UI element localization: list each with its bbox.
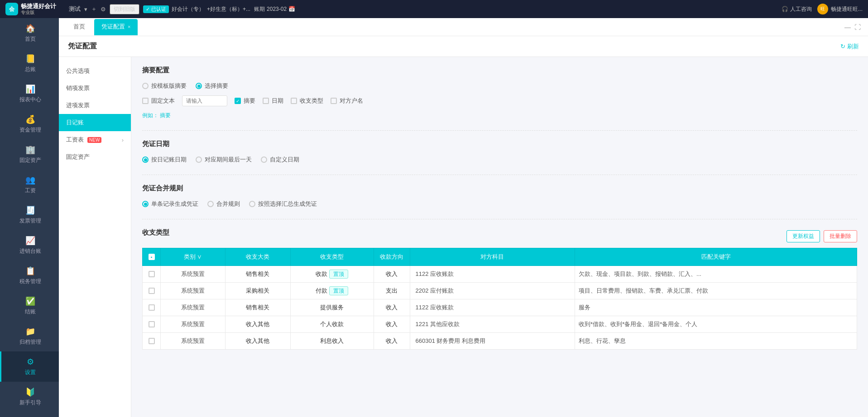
checkbox-box-payment bbox=[291, 98, 297, 104]
sidebar-item-label: 工资 bbox=[25, 187, 36, 194]
radio-custom-date[interactable]: 自定义日期 bbox=[261, 156, 299, 164]
row-checkbox[interactable] bbox=[149, 304, 155, 311]
td-sub-type: 提供服务 bbox=[290, 299, 374, 316]
switch-version-button[interactable]: 切到旧版 bbox=[110, 4, 139, 14]
refresh-button[interactable]: ↻ 刷新 bbox=[840, 43, 859, 51]
sidebar-item-invoice[interactable]: 🧾 发票管理 bbox=[0, 200, 59, 230]
td-checkbox[interactable] bbox=[143, 316, 161, 333]
td-checkbox[interactable] bbox=[143, 283, 161, 299]
sidebar-item-settings[interactable]: ⚙ 设置 bbox=[0, 351, 59, 382]
left-nav-payroll[interactable]: 工资表 NEW › bbox=[59, 131, 131, 148]
consult-button[interactable]: 🎧 人工咨询 bbox=[782, 5, 812, 13]
sidebar-item-close[interactable]: ✅ 结账 bbox=[0, 291, 59, 321]
th-checkbox[interactable]: ▪ bbox=[143, 248, 161, 266]
radio-single-record[interactable]: 单条记录生成凭证 bbox=[142, 200, 198, 208]
sidebar-item-archive[interactable]: 📁 归档管理 bbox=[0, 321, 59, 351]
radio-diary-date[interactable]: 按日记账日期 bbox=[142, 156, 187, 164]
sidebar-item-sales[interactable]: 📈 进销台账 bbox=[0, 230, 59, 261]
radio-period-circle bbox=[196, 156, 202, 163]
expand-icon[interactable]: ⛶ bbox=[854, 24, 861, 31]
td-checkbox[interactable] bbox=[143, 266, 161, 283]
dropdown-arrow-icon[interactable]: ▾ bbox=[84, 6, 87, 13]
sidebar-item-reports[interactable]: 📊 报表中心 bbox=[0, 79, 59, 109]
batch-delete-button[interactable]: 批量删除 bbox=[824, 230, 857, 242]
sidebar-item-salary[interactable]: 👥 工资 bbox=[0, 170, 59, 200]
td-direction: 支出 bbox=[374, 283, 410, 299]
radio-select-summary[interactable]: 选择摘要 bbox=[196, 82, 228, 90]
radio-template-summary[interactable]: 按模板版摘要 bbox=[142, 82, 187, 90]
checkbox-counterpart[interactable]: 对方户名 bbox=[331, 97, 363, 105]
sidebar-item-label: 总账 bbox=[25, 66, 36, 73]
income-expense-section: 收支类型 更新权益 批量删除 ▪ bbox=[142, 228, 857, 350]
checkbox-summary[interactable]: ✓ 摘要 bbox=[235, 97, 255, 105]
sidebar-item-tax[interactable]: 📋 税务管理 bbox=[0, 261, 59, 291]
gear-icon[interactable]: ⚙ bbox=[101, 6, 106, 13]
update-button[interactable]: 更新权益 bbox=[786, 230, 820, 242]
sidebar-item-assets[interactable]: 🏢 固定资产 bbox=[0, 139, 59, 170]
row-checkbox[interactable] bbox=[149, 288, 155, 294]
td-main-type: 销售相关 bbox=[225, 299, 290, 316]
funds-icon: 💰 bbox=[25, 114, 35, 124]
radio-merge-rule[interactable]: 合并规则 bbox=[207, 200, 240, 208]
good-biz-label: +好生意（标）+... bbox=[207, 5, 250, 13]
checkbox-date[interactable]: 日期 bbox=[263, 97, 283, 105]
reset-tag[interactable]: 置顶 bbox=[329, 286, 348, 295]
radio-summary-generate[interactable]: 按照选择汇总生成凭证 bbox=[249, 200, 317, 208]
td-category: 系统预置 bbox=[161, 283, 225, 299]
checkbox-fixed-text[interactable]: 固定文本 bbox=[142, 97, 175, 105]
th-checkbox-box[interactable]: ▪ bbox=[149, 254, 155, 260]
row-checkbox[interactable] bbox=[149, 321, 155, 327]
app-logo: 会 畅捷通好会计 专业版 bbox=[5, 3, 64, 15]
tab-bar-right: — ⛶ bbox=[844, 24, 861, 31]
sidebar-item-home[interactable]: 🏠 首页 bbox=[0, 18, 59, 48]
user-menu[interactable]: 旺 畅捷通旺旺... bbox=[817, 4, 863, 14]
calendar-icon[interactable]: 📅 bbox=[288, 6, 295, 12]
reset-tag[interactable]: 置顶 bbox=[329, 270, 348, 279]
left-nav-purchase-invoice[interactable]: 进项发票 bbox=[59, 97, 131, 114]
page-header: 凭证配置 ↻ 刷新 bbox=[59, 36, 868, 57]
table-row: 系统预置 收入其他 个人收款 收入 1221 其他应收款 收到*借款、收到*备用… bbox=[143, 316, 857, 333]
sidebar-item-label: 发票管理 bbox=[19, 217, 41, 225]
tab-home[interactable]: 首页 bbox=[66, 19, 92, 35]
th-sub-type: 收支类型 bbox=[290, 248, 374, 266]
page-body: 公共选项 销项发票 进项发票 日记账 工资表 NEW › 固定资产 bbox=[59, 57, 868, 417]
checkbox-payment-type[interactable]: 收支类型 bbox=[291, 97, 323, 105]
avatar: 旺 bbox=[817, 4, 828, 14]
sidebar: 🏠 首页 📒 总账 📊 报表中心 💰 资金管理 🏢 固定资产 👥 工资 🧾 发票… bbox=[0, 18, 59, 417]
sidebar-item-guide[interactable]: 🔰 新手引导 bbox=[0, 382, 59, 412]
left-nav-public[interactable]: 公共选项 bbox=[59, 62, 131, 80]
radio-period-last[interactable]: 对应期间最后一天 bbox=[196, 156, 252, 164]
refresh-icon: ↻ bbox=[840, 43, 845, 50]
ledger-icon: 📒 bbox=[25, 54, 35, 64]
left-nav-sales-invoice[interactable]: 销项发票 bbox=[59, 80, 131, 97]
tax-icon: 📋 bbox=[25, 266, 35, 276]
sidebar-item-funds[interactable]: 💰 资金管理 bbox=[0, 109, 59, 139]
invoice-icon: 🧾 bbox=[25, 205, 35, 215]
left-nav-fixed-assets[interactable]: 固定资产 bbox=[59, 148, 131, 166]
sidebar-item-ledger[interactable]: 📒 总账 bbox=[0, 48, 59, 79]
checkbox-box bbox=[142, 98, 149, 104]
fixed-text-input[interactable] bbox=[182, 95, 227, 106]
summary-radio-group: 按模板版摘要 选择摘要 bbox=[142, 82, 857, 90]
tab-close-icon[interactable]: × bbox=[128, 24, 130, 29]
td-checkbox[interactable] bbox=[143, 299, 161, 316]
sidebar-item-member[interactable]: 👑 畅会员 bbox=[0, 412, 59, 417]
checkbox-row: 固定文本 ✓ 摘要 日期 收支类型 bbox=[142, 95, 857, 106]
minimize-icon[interactable]: — bbox=[844, 24, 851, 31]
td-checkbox[interactable] bbox=[143, 333, 161, 350]
top-bar-content: 测试 ▾ ＋ ⚙ 切到旧版 ✓ 已认证 好会计（专） +好生意（标）+... 账… bbox=[69, 4, 777, 14]
left-nav-diary[interactable]: 日记账 bbox=[59, 114, 131, 131]
td-main-type: 收入其他 bbox=[225, 333, 290, 350]
row-checkbox[interactable] bbox=[149, 271, 155, 277]
td-category: 系统预置 bbox=[161, 316, 225, 333]
td-sub-type: 个人收款 bbox=[290, 316, 374, 333]
th-main-type: 收支大类 bbox=[225, 248, 290, 266]
voucher-merge-radio-group: 单条记录生成凭证 合并规则 按照选择汇总生成凭证 bbox=[142, 200, 857, 208]
tab-voucher-config[interactable]: 凭证配置 × bbox=[94, 19, 138, 35]
radio-single-checked bbox=[142, 201, 149, 207]
row-checkbox[interactable] bbox=[149, 338, 155, 344]
add-icon[interactable]: ＋ bbox=[91, 5, 97, 13]
radio-circle-checked bbox=[196, 83, 202, 89]
td-keywords: 收到*借款、收到*备用金、退回*备用金、个人 bbox=[575, 316, 857, 333]
td-account: 660301 财务费用 利息费用 bbox=[410, 333, 575, 350]
